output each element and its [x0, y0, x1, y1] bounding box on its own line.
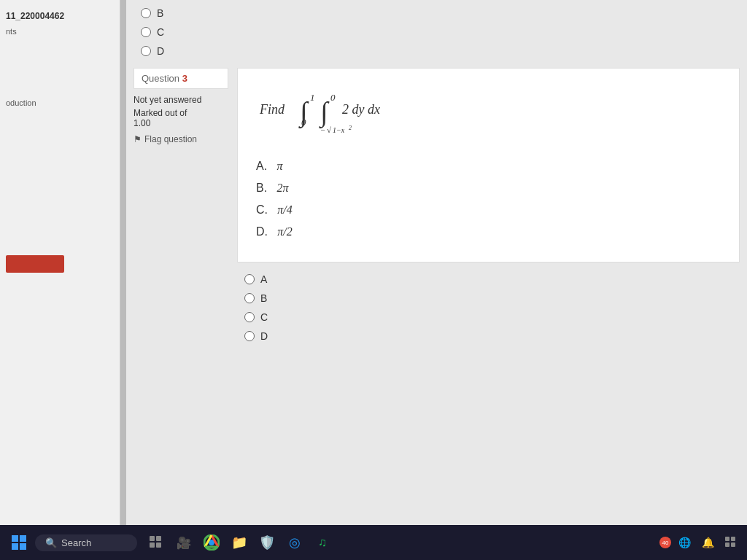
question-marks: Marked out of 1.00 — [133, 108, 228, 128]
answer-c-label: C — [260, 311, 268, 323]
sidebar-divider — [120, 0, 126, 525]
svg-text:−: − — [320, 125, 325, 134]
shield-icon-btn[interactable]: 🛡️ — [254, 529, 280, 556]
answer-option-a[interactable]: A — [244, 273, 740, 285]
answer-option-b[interactable]: B — [244, 292, 740, 304]
spotify-btn[interactable]: ♫ — [309, 529, 336, 556]
option-d-card: D. π/2 — [256, 225, 721, 238]
svg-text:√: √ — [327, 125, 332, 134]
svg-text:Find: Find — [259, 102, 285, 117]
svg-text:2: 2 — [349, 125, 352, 131]
taskbar: 🔍 Search 🎥 📁 — [0, 525, 747, 560]
question-number-box: Question 3 — [133, 68, 228, 89]
main-content: 11_220004462 nts oduction B C D — [0, 0, 747, 525]
question-num-label: Question — [142, 73, 179, 84]
radio-b-circle — [141, 8, 151, 18]
option-c-card: C. π/4 — [256, 203, 721, 217]
prev-option-c-label: C — [157, 26, 164, 38]
question-block: Question 3 Not yet answered Marked out o… — [133, 68, 740, 349]
answer-b-label: B — [260, 292, 267, 304]
svg-text:0: 0 — [301, 117, 306, 128]
radio-a — [244, 274, 255, 284]
svg-rect-23 — [725, 542, 729, 547]
question-status: Not yet answered — [133, 95, 228, 105]
svg-rect-13 — [12, 543, 18, 550]
svg-text:∫: ∫ — [319, 96, 330, 129]
prev-option-c[interactable]: C — [141, 26, 740, 38]
battery-num: 40 — [662, 540, 669, 546]
question-num-value: 3 — [182, 73, 187, 84]
video-icon-btn[interactable]: 🎥 — [171, 529, 197, 556]
assistant-btn[interactable]: ◎ — [282, 529, 308, 556]
svg-rect-22 — [731, 537, 735, 541]
sidebar-id: 11_220004462 — [0, 7, 120, 25]
math-svg: Find ∫ 1 0 ∫ 0 − — [256, 83, 489, 141]
answer-d-label: D — [260, 330, 268, 342]
search-label: Search — [61, 537, 91, 548]
svg-text:1: 1 — [310, 92, 315, 103]
start-button[interactable] — [6, 529, 32, 556]
flag-icon: ⚑ — [133, 134, 142, 144]
search-box[interactable]: 🔍 Search — [35, 534, 137, 551]
search-icon: 🔍 — [45, 537, 57, 548]
svg-text:0: 0 — [330, 92, 336, 103]
svg-rect-12 — [20, 535, 26, 542]
svg-rect-24 — [731, 542, 735, 547]
svg-text:1−x: 1−x — [333, 126, 345, 134]
prev-option-d-label: D — [157, 45, 164, 57]
svg-rect-14 — [20, 543, 26, 550]
radio-c — [244, 312, 255, 322]
network-icon[interactable]: 🌐 — [674, 532, 694, 553]
grid-icon[interactable] — [721, 532, 741, 553]
svg-rect-11 — [12, 535, 18, 542]
taskbar-icons: 🎥 📁 🛡️ ◎ ♫ — [143, 529, 336, 556]
radio-c-circle — [141, 27, 151, 37]
content-panel: B C D Question 3 Not yet answered M — [126, 0, 747, 525]
sidebar-red-bar — [6, 255, 64, 273]
prev-option-d[interactable]: D — [141, 45, 740, 57]
answer-radios: A B C D — [237, 273, 740, 342]
answer-option-d[interactable]: D — [244, 330, 740, 342]
radio-d — [244, 331, 255, 341]
option-b-card: B. 2π — [256, 182, 721, 195]
question-card: Find ∫ 1 0 ∫ 0 − — [237, 68, 740, 262]
math-question: Find ∫ 1 0 ∫ 0 − — [256, 83, 721, 145]
chrome-icon-btn[interactable] — [198, 529, 225, 556]
svg-rect-15 — [150, 536, 155, 541]
flag-question-btn[interactable]: ⚑ Flag question — [133, 134, 228, 144]
prev-option-b-label: B — [157, 7, 163, 19]
system-tray: 40 🌐 🔔 — [659, 532, 741, 553]
sidebar: 11_220004462 nts oduction — [0, 0, 120, 525]
file-explorer-btn[interactable]: 📁 — [226, 529, 252, 556]
task-view-button[interactable] — [143, 529, 169, 556]
svg-rect-16 — [156, 536, 161, 541]
notification-icon[interactable]: 🔔 — [697, 532, 718, 553]
radio-d-circle — [141, 46, 151, 56]
marks-label: Marked out of — [133, 108, 187, 118]
answer-a-label: A — [260, 273, 267, 285]
battery-badge: 40 — [659, 537, 671, 548]
svg-rect-17 — [150, 542, 155, 548]
question-content-area: Find ∫ 1 0 ∫ 0 − — [237, 68, 740, 349]
prev-answers: B C D — [133, 7, 740, 57]
prev-option-b[interactable]: B — [141, 7, 740, 19]
answer-option-c[interactable]: C — [244, 311, 740, 323]
flag-label: Flag question — [144, 134, 197, 144]
option-a-card: A. π — [256, 160, 721, 173]
marks-value: 1.00 — [133, 118, 150, 128]
sidebar-nts-label: nts — [0, 25, 120, 38]
sidebar-oduction-label: oduction — [0, 96, 120, 109]
radio-b — [244, 293, 255, 303]
svg-rect-18 — [156, 542, 161, 548]
svg-text:2 dy dx: 2 dy dx — [342, 102, 380, 117]
svg-rect-21 — [725, 537, 729, 541]
question-meta: Question 3 Not yet answered Marked out o… — [133, 68, 228, 349]
windows-logo-icon — [10, 534, 28, 551]
